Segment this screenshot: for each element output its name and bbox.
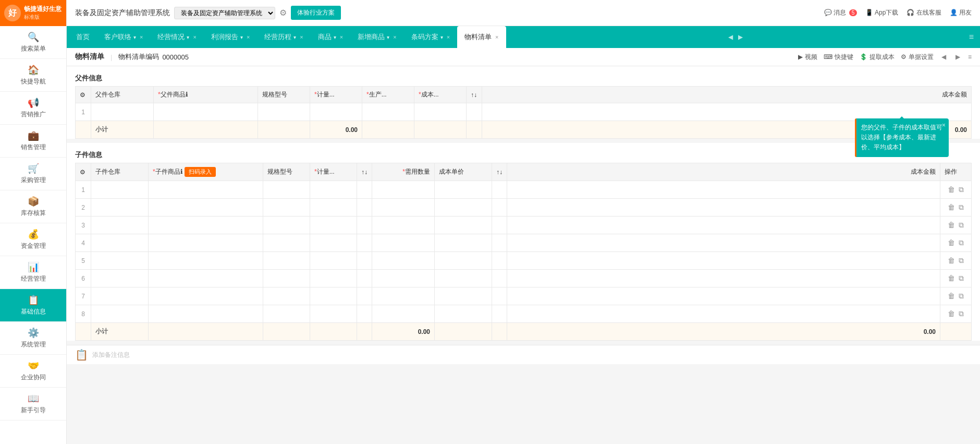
- child-warehouse-cell[interactable]: [91, 234, 149, 252]
- child-cost-unit-cell[interactable]: [435, 252, 492, 270]
- close-tab-bom[interactable]: ×: [495, 34, 498, 40]
- child-sort-cell[interactable]: [357, 270, 372, 287]
- child-unit-cell[interactable]: [310, 252, 357, 270]
- tab-barcode[interactable]: 条码方案 ▾ ×: [404, 26, 457, 48]
- close-tab-history[interactable]: ×: [300, 34, 303, 40]
- sidebar-item-sales[interactable]: 💼 销售管理: [0, 125, 66, 158]
- sidebar-item-finance[interactable]: 💰 资金管理: [0, 223, 66, 256]
- child-cost-unit-cell[interactable]: [435, 217, 492, 234]
- settings-icon[interactable]: ⚙: [279, 8, 287, 18]
- child-qty-cell[interactable]: [372, 217, 435, 234]
- child-warehouse-cell[interactable]: [91, 181, 149, 199]
- close-all-tabs[interactable]: ≡: [965, 32, 978, 42]
- copy-icon[interactable]: ⧉: [959, 203, 964, 211]
- copy-icon[interactable]: ⧉: [959, 185, 964, 194]
- delete-icon[interactable]: 🗑: [948, 309, 955, 318]
- child-warehouse-cell[interactable]: [91, 217, 149, 234]
- delete-icon[interactable]: 🗑: [948, 238, 955, 247]
- child-sort-cell[interactable]: [357, 252, 372, 270]
- nav-prev-arrow[interactable]: ◀: [727, 33, 734, 41]
- child-cost-unit-cell[interactable]: [435, 270, 492, 287]
- tab-goods[interactable]: 商品 ▾ ×: [311, 26, 350, 48]
- tab-customer[interactable]: 客户联络 ▾ ×: [97, 26, 150, 48]
- sidebar-item-guide[interactable]: 📖 新手引导: [0, 388, 66, 421]
- child-cost-unit-cell[interactable]: [435, 287, 492, 305]
- sidebar-item-operations[interactable]: 📊 经营管理: [0, 256, 66, 289]
- system-select[interactable]: 装备及固定资产辅助管理系统: [174, 7, 275, 19]
- child-qty-cell[interactable]: [372, 287, 435, 305]
- child-unit-cell[interactable]: [310, 270, 357, 287]
- child-cost-unit-cell[interactable]: [435, 234, 492, 252]
- child-warehouse-cell[interactable]: [91, 287, 149, 305]
- parent-goods-cell[interactable]: [154, 103, 258, 121]
- page-nav-next[interactable]: ▶: [954, 53, 962, 61]
- child-spec-cell[interactable]: [263, 199, 310, 217]
- child-spec-cell[interactable]: [263, 252, 310, 270]
- child-spec-cell[interactable]: [263, 181, 310, 199]
- copy-icon[interactable]: ⧉: [959, 238, 964, 247]
- child-qty-cell[interactable]: [372, 199, 435, 217]
- tab-history[interactable]: 经营历程 ▾ ×: [257, 26, 310, 48]
- parent-col-settings[interactable]: ⚙: [76, 87, 91, 103]
- child-unit-cell[interactable]: [310, 217, 357, 234]
- child-sort2-cell[interactable]: [492, 199, 507, 217]
- child-warehouse-cell[interactable]: [91, 252, 149, 270]
- single-settings-action[interactable]: ⚙ 单据设置: [901, 53, 934, 62]
- child-goods-cell[interactable]: [149, 234, 263, 252]
- tab-bom[interactable]: 物料清单 ×: [457, 26, 506, 48]
- sidebar-item-enterprise[interactable]: 🤝 企业协同: [0, 355, 66, 388]
- trial-btn[interactable]: 体验行业方案: [291, 6, 341, 20]
- copy-icon[interactable]: ⧉: [959, 221, 964, 229]
- parent-col-sort[interactable]: ↑↓: [467, 87, 482, 103]
- child-spec-cell[interactable]: [263, 270, 310, 287]
- child-goods-cell[interactable]: [149, 217, 263, 234]
- child-cost-unit-cell[interactable]: [435, 199, 492, 217]
- delete-icon[interactable]: 🗑: [948, 292, 955, 300]
- sidebar-item-basic-info[interactable]: 📋 基础信息: [0, 289, 66, 322]
- child-sort-cell[interactable]: [357, 217, 372, 234]
- note-icon[interactable]: 📋: [75, 349, 88, 361]
- view-action[interactable]: ▶ 视频: [798, 53, 817, 62]
- child-goods-cell[interactable]: [149, 287, 263, 305]
- close-tab-operations[interactable]: ×: [193, 34, 196, 40]
- child-sort-cell[interactable]: [357, 305, 372, 323]
- child-col-settings[interactable]: ⚙: [76, 163, 91, 181]
- delete-icon[interactable]: 🗑: [948, 274, 955, 282]
- user-avatar[interactable]: 👤 用友: [950, 8, 972, 17]
- delete-icon[interactable]: 🗑: [948, 221, 955, 229]
- child-spec-cell[interactable]: [263, 217, 310, 234]
- menu-icon[interactable]: ≡: [968, 53, 972, 61]
- sidebar-item-search[interactable]: 🔍 搜索菜单: [0, 26, 66, 59]
- delete-icon[interactable]: 🗑: [948, 256, 955, 265]
- close-tab-goods[interactable]: ×: [340, 34, 343, 40]
- child-qty-cell[interactable]: [372, 234, 435, 252]
- child-sort2-cell[interactable]: [492, 252, 507, 270]
- child-cost-unit-cell[interactable]: [435, 181, 492, 199]
- tooltip-close-btn[interactable]: ×: [942, 121, 946, 130]
- parent-spec-cell[interactable]: [258, 103, 310, 121]
- parent-warehouse-cell[interactable]: [91, 103, 154, 121]
- copy-icon[interactable]: ⧉: [959, 292, 964, 300]
- child-sort2-cell[interactable]: [492, 181, 507, 199]
- sidebar-item-marketing[interactable]: 📢 营销推广: [0, 92, 66, 125]
- child-sort2-cell[interactable]: [492, 270, 507, 287]
- child-goods-cell[interactable]: [149, 181, 263, 199]
- parent-cost-cell[interactable]: [414, 103, 467, 121]
- tab-operations[interactable]: 经营情况 ▾ ×: [150, 26, 203, 48]
- child-sort2-cell[interactable]: [492, 287, 507, 305]
- sidebar-item-system[interactable]: ⚙️ 系统管理: [0, 322, 66, 355]
- sidebar-item-quick-nav[interactable]: 🏠 快捷导航: [0, 59, 66, 92]
- parent-production-cell[interactable]: [362, 103, 414, 121]
- child-warehouse-cell[interactable]: [91, 199, 149, 217]
- child-sort-cell[interactable]: [357, 287, 372, 305]
- close-tab-customer[interactable]: ×: [140, 34, 143, 40]
- child-goods-cell[interactable]: [149, 199, 263, 217]
- child-qty-cell[interactable]: [372, 270, 435, 287]
- child-qty-cell[interactable]: [372, 252, 435, 270]
- child-sort2-cell[interactable]: [492, 234, 507, 252]
- child-warehouse-cell[interactable]: [91, 270, 149, 287]
- parent-unit-cell[interactable]: [310, 103, 362, 121]
- child-col-sort2[interactable]: ↑↓: [492, 163, 507, 181]
- sidebar-item-inventory[interactable]: 📦 库存核算: [0, 190, 66, 223]
- child-goods-cell[interactable]: [149, 252, 263, 270]
